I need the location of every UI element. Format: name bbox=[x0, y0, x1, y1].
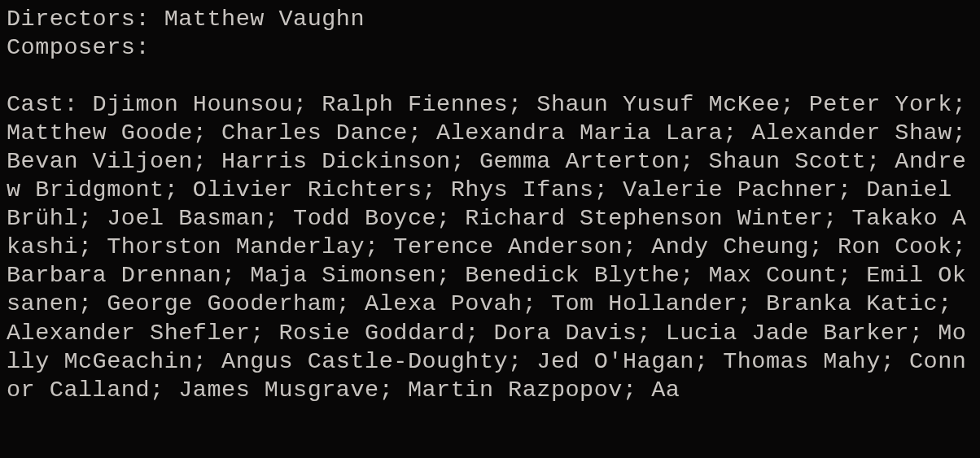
terminal-output: Directors: Matthew Vaughn Composers: Cas… bbox=[7, 5, 973, 404]
